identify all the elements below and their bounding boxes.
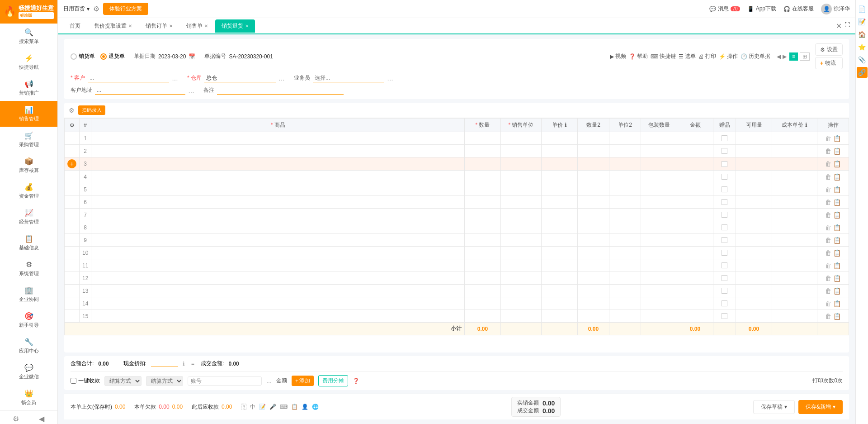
toolbar-select[interactable]: ☰ 选单: [679, 52, 696, 60]
cell-price-6[interactable]: [542, 196, 578, 209]
cell-unit2-14[interactable]: [609, 297, 641, 310]
table-settings-icon[interactable]: ⚙: [69, 107, 75, 114]
cell-gift-10[interactable]: [713, 247, 736, 259]
gift-cb-3[interactable]: [722, 161, 727, 167]
cell-packqty-1[interactable]: [641, 132, 677, 145]
calendar-icon[interactable]: 📅: [189, 53, 195, 60]
cell-unit-11[interactable]: [501, 259, 542, 272]
rp-star-icon[interactable]: ⭐: [857, 42, 868, 52]
cell-available-12[interactable]: [736, 272, 772, 285]
customer-input[interactable]: [88, 74, 169, 82]
cell-amount-8[interactable]: [677, 221, 713, 234]
cell-costprice-11[interactable]: [772, 259, 817, 272]
cell-price-10[interactable]: [542, 247, 578, 259]
cell-available-11[interactable]: [736, 259, 772, 272]
next-arrow[interactable]: ▶: [783, 53, 787, 60]
cell-amount-11[interactable]: [677, 259, 713, 272]
cell-product-15[interactable]: [91, 310, 465, 323]
cell-product-5[interactable]: [91, 183, 465, 196]
cell-packqty-5[interactable]: [641, 183, 677, 196]
gift-cb-5[interactable]: [722, 186, 727, 192]
cell-price-13[interactable]: [542, 285, 578, 297]
cell-gift-13[interactable]: [713, 285, 736, 297]
cell-packqty-15[interactable]: [641, 310, 677, 323]
cell-qty2-11[interactable]: [578, 259, 609, 272]
cell-costprice-1[interactable]: [772, 132, 817, 145]
cell-unit2-9[interactable]: [609, 234, 641, 247]
cell-gift-14[interactable]: [713, 297, 736, 310]
row-delete-5[interactable]: 🗑: [825, 186, 831, 193]
tab-close-4[interactable]: ✕: [245, 24, 249, 29]
cell-costprice-3[interactable]: [772, 157, 817, 171]
cell-qty2-9[interactable]: [578, 234, 609, 247]
cell-product-12[interactable]: [91, 272, 465, 285]
cell-costprice-14[interactable]: [772, 297, 817, 310]
gift-cb-2[interactable]: [722, 148, 727, 154]
cell-packqty-10[interactable]: [641, 247, 677, 259]
cell-price-3[interactable]: [542, 157, 578, 171]
sidebar-item-base[interactable]: 📋 基础信息: [0, 230, 57, 256]
cell-unit-5[interactable]: [501, 183, 542, 196]
cell-unit2-11[interactable]: [609, 259, 641, 272]
cell-price-5[interactable]: [542, 183, 578, 196]
gift-cb-12[interactable]: [722, 275, 727, 281]
topbar-trial-btn[interactable]: 体验行业方案: [103, 3, 148, 15]
calc-method-select[interactable]: 结算方式: [146, 376, 183, 386]
account-more-btn[interactable]: …: [266, 378, 272, 384]
address-more-btn[interactable]: …: [188, 87, 194, 94]
cell-costprice-6[interactable]: [772, 196, 817, 209]
cell-available-9[interactable]: [736, 234, 772, 247]
cell-qty2-2[interactable]: [578, 145, 609, 157]
cell-packqty-12[interactable]: [641, 272, 677, 285]
cell-unit-12[interactable]: [501, 272, 542, 285]
cell-unit2-13[interactable]: [609, 285, 641, 297]
cell-amount-12[interactable]: [677, 272, 713, 285]
topbar-app-download[interactable]: 📱 App下载: [747, 5, 776, 13]
cell-qty-7[interactable]: [465, 209, 501, 221]
cell-price-1[interactable]: [542, 132, 578, 145]
cell-amount-6[interactable]: [677, 196, 713, 209]
warehouse-more-btn[interactable]: …: [278, 75, 285, 82]
cell-price-4[interactable]: [542, 171, 578, 183]
cell-available-2[interactable]: [736, 145, 772, 157]
cell-qty2-4[interactable]: [578, 171, 609, 183]
cell-costprice-8[interactable]: [772, 221, 817, 234]
cell-qty2-13[interactable]: [578, 285, 609, 297]
cell-packqty-8[interactable]: [641, 221, 677, 234]
tab-0[interactable]: 首页: [63, 19, 87, 33]
rp-clip-icon[interactable]: 📎: [857, 54, 868, 65]
cell-costprice-2[interactable]: [772, 145, 817, 157]
cell-product-1[interactable]: [91, 132, 465, 145]
cell-qty-9[interactable]: [465, 234, 501, 247]
topbar-settings-icon[interactable]: ⚙: [93, 5, 99, 13]
tab-close-3[interactable]: ✕: [204, 24, 208, 29]
sidebar-item-finance[interactable]: 💰 资金管理: [0, 178, 57, 204]
cell-amount-2[interactable]: [677, 145, 713, 157]
cell-gift-4[interactable]: [713, 171, 736, 183]
row-copy-8[interactable]: 📋: [833, 224, 841, 231]
one-click-cb[interactable]: [71, 378, 76, 384]
cell-gift-2[interactable]: [713, 145, 736, 157]
cell-unit2-12[interactable]: [609, 272, 641, 285]
gift-cb-1[interactable]: [722, 135, 727, 141]
cell-price-7[interactable]: [542, 209, 578, 221]
sidebar-item-system[interactable]: ⚙ 系统管理: [0, 256, 57, 281]
sidebar-item-member[interactable]: 👑 畅会员: [0, 385, 57, 410]
cell-unit-8[interactable]: [501, 221, 542, 234]
sidebar-item-marketing[interactable]: 📢 营销推广: [0, 75, 57, 101]
toolbar-operate[interactable]: ⚡ 操作: [719, 52, 738, 60]
cell-unit2-3[interactable]: [609, 157, 641, 171]
cell-product-9[interactable]: [91, 234, 465, 247]
cell-price-8[interactable]: [542, 221, 578, 234]
tab-1[interactable]: 售价提取设置✕: [88, 19, 138, 33]
cell-unit-14[interactable]: [501, 297, 542, 310]
cell-amount-1[interactable]: [677, 132, 713, 145]
cell-qty2-6[interactable]: [578, 196, 609, 209]
row-delete-7[interactable]: 🗑: [825, 211, 831, 219]
cell-amount-4[interactable]: [677, 171, 713, 183]
save-draft-btn[interactable]: 保存草稿 ▾: [753, 400, 795, 414]
cell-costprice-13[interactable]: [772, 285, 817, 297]
cell-price-15[interactable]: [542, 310, 578, 323]
sidebar-settings-btn[interactable]: ⚙: [4, 414, 28, 423]
cell-amount-5[interactable]: [677, 183, 713, 196]
